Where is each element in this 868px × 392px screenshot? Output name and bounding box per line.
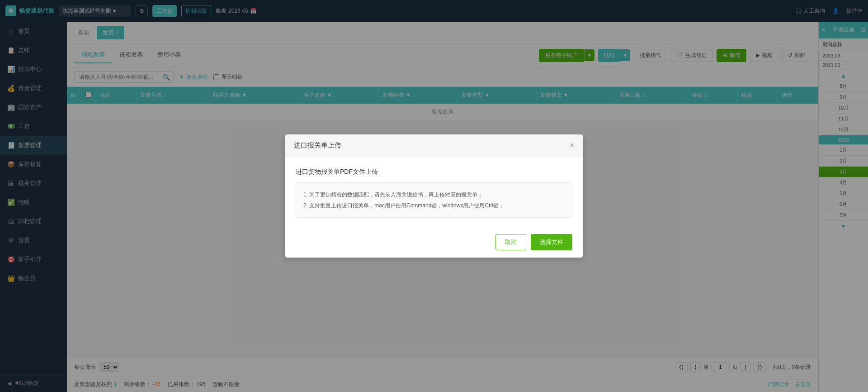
app-container: 畅 畅捷通易代账 沈海英测试经营勿删 ▾ ⧉ 工作台 切到旧版 账期 2023-…	[0, 0, 868, 392]
modal-close-button[interactable]: ×	[569, 141, 574, 150]
modal-body: 进口货物报关单PDF文件上传 1. 为了更加精准的数据匹配，请先录入海关缴款书，…	[285, 157, 583, 227]
modal-info-box: 1. 为了更加精准的数据匹配，请先录入海关缴款书，再上传对应的报关单； 2. 支…	[296, 182, 572, 218]
modal-title: 进口报关单上传	[294, 141, 341, 150]
modal-info-line2: 2. 支持批量上传进口报关单，mac用户使用Command键，windows用户…	[303, 200, 565, 211]
select-file-button[interactable]: 选择文件	[531, 234, 572, 250]
modal-section-title: 进口货物报关单PDF文件上传	[296, 168, 572, 176]
cancel-button[interactable]: 取消	[495, 234, 526, 250]
modal-footer: 取消 选择文件	[285, 227, 583, 258]
modal-overlay[interactable]: 进口报关单上传 × 进口货物报关单PDF文件上传 1. 为了更加精准的数据匹配，…	[0, 0, 868, 392]
modal-header: 进口报关单上传 ×	[285, 134, 583, 157]
modal-info-line1: 1. 为了更加精准的数据匹配，请先录入海关缴款书，再上传对应的报关单；	[303, 189, 565, 200]
import-modal: 进口报关单上传 × 进口货物报关单PDF文件上传 1. 为了更加精准的数据匹配，…	[285, 134, 583, 258]
